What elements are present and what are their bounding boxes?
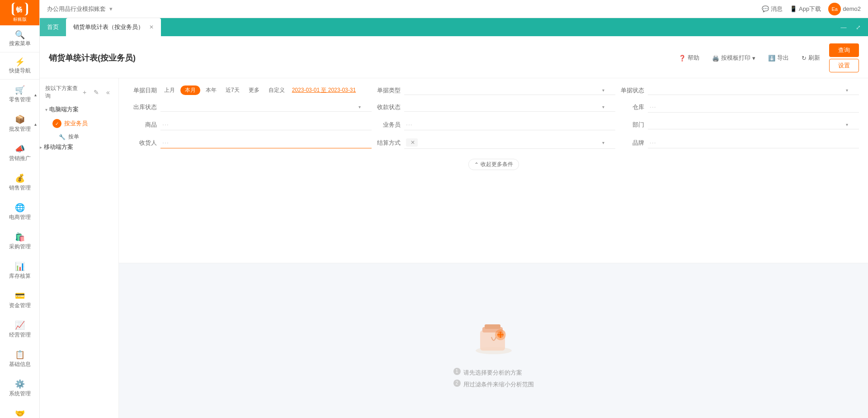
print-button[interactable]: 🖨️ 按模板打印 ▾ xyxy=(708,52,759,64)
out-status-control[interactable]: ▾ xyxy=(160,103,372,112)
dept-select[interactable]: ▾ xyxy=(648,120,859,129)
scheme-edit-button[interactable]: ✎ xyxy=(91,87,101,97)
consignee-input[interactable]: ··· xyxy=(160,137,372,148)
receipt-status-select[interactable]: ▾ xyxy=(404,103,615,112)
date-range-display[interactable]: 2023-03-01 至 2023-03-31 xyxy=(292,86,356,94)
sidebar-basic-label: 基础信息 xyxy=(2,361,38,368)
settlement-control[interactable]: ✕ ▾ xyxy=(404,137,615,149)
sidebar-inventory-label: 库存核算 xyxy=(2,272,38,280)
goods-select[interactable]: ··· xyxy=(160,119,372,130)
brand-select[interactable]: ··· xyxy=(648,137,859,148)
sidebar-wholesale-label: 批发管理 xyxy=(2,125,38,133)
out-status-select[interactable]: ▾ xyxy=(160,103,372,112)
goods-label: 商品 xyxy=(128,121,160,129)
scheme-item-by-order[interactable]: 🔧 按单 xyxy=(40,131,118,143)
wholesale-arrow-icon: ▴ xyxy=(34,121,37,126)
page-inner: 销货单统计表(按业务员) ❓ 帮助 🖨️ 按模板打印 ▾ ⬇️ 导出 xyxy=(40,36,868,418)
empty-hint-1: 1 请先选择要分析的方案 xyxy=(453,367,534,379)
sidebar-item-operations[interactable]: 📈 经营管理 xyxy=(0,315,39,344)
scheme-add-button[interactable]: + xyxy=(80,87,90,97)
salesperson-control[interactable]: ··· xyxy=(404,119,615,130)
user-menu[interactable]: Ea demo2 xyxy=(828,3,861,15)
doc-status-control[interactable]: ▾ xyxy=(648,86,859,95)
settlement-tag-close[interactable]: ✕ xyxy=(410,139,415,146)
goods-control[interactable]: ··· xyxy=(160,119,372,130)
message-button[interactable]: 💬 消息 xyxy=(762,5,783,13)
sidebar-item-basic[interactable]: 📋 基础信息 xyxy=(0,344,39,374)
salesperson-select[interactable]: ··· xyxy=(404,119,615,130)
page-content: 销货单统计表(按业务员) ❓ 帮助 🖨️ 按模板打印 ▾ ⬇️ 导出 xyxy=(40,36,868,418)
salesperson-label: 业务员 xyxy=(372,121,404,129)
empty-hint-2: 2 用过滤条件来缩小分析范围 xyxy=(453,379,534,390)
doc-status-select[interactable]: ▾ xyxy=(648,86,859,95)
basic-icon: 📋 xyxy=(2,350,38,360)
warehouse-select[interactable]: ··· xyxy=(648,101,859,113)
export-button[interactable]: ⬇️ 导出 xyxy=(764,52,793,64)
refresh-button[interactable]: ↻ 刷新 xyxy=(798,52,824,64)
filter-row-2: 出库状态 ▾ 收款状态 ▾ xyxy=(128,101,859,113)
sidebar-item-quick[interactable]: ⚡ 快捷导航 xyxy=(0,52,39,80)
warehouse-control[interactable]: ··· xyxy=(648,101,859,113)
doc-type-control[interactable]: ▾ xyxy=(404,86,615,95)
topbar-dropdown-arrow[interactable]: ▾ xyxy=(109,5,113,12)
topbar-left: 办公用品行业模拟账套 ▾ xyxy=(47,5,113,13)
receipt-status-control[interactable]: ▾ xyxy=(404,103,615,112)
consignee-control[interactable]: ··· xyxy=(160,137,372,148)
collapse-label: 收起更多条件 xyxy=(481,161,513,168)
sidebar-item-enterprise[interactable]: 🤝 企业协同 xyxy=(0,403,39,418)
consignee-label: 收货人 xyxy=(128,139,160,147)
tab-max-button[interactable]: ⤢ xyxy=(852,21,864,33)
app-download-button[interactable]: 📱 App下载 xyxy=(790,5,821,13)
export-icon: ⬇️ xyxy=(768,55,775,62)
sidebar-item-ecommerce[interactable]: 🌐 电商管理 xyxy=(0,197,39,227)
sidebar-item-purchase[interactable]: 🛍️ 采购管理 xyxy=(0,227,39,256)
tab-close-button[interactable]: ✕ xyxy=(149,24,154,30)
group-expand-arrow: ▾ xyxy=(45,107,47,112)
receipt-status-label: 收款状态 xyxy=(372,103,404,111)
doc-type-select[interactable]: ▾ xyxy=(404,86,615,95)
dept-control[interactable]: ▾ xyxy=(648,120,859,129)
edit-icon: ✎ xyxy=(94,89,99,96)
scheme-item-by-salesperson[interactable]: ✓ 按业务员 xyxy=(40,116,118,131)
settlement-select[interactable]: ✕ ▾ xyxy=(404,137,615,149)
setting-button[interactable]: 设置 xyxy=(829,59,859,72)
sidebar-operations-label: 经营管理 xyxy=(2,331,38,339)
scheme-panel-header: 按以下方案查询 + ✎ « xyxy=(40,82,118,103)
tab-sales-stats[interactable]: 销货单统计表（按业务员） ✕ xyxy=(66,18,161,36)
sidebar-item-finance[interactable]: 💳 资金管理 xyxy=(0,285,39,315)
brand-control[interactable]: ··· xyxy=(648,137,859,148)
help-button[interactable]: ❓ 帮助 xyxy=(675,52,703,64)
page-actions: ❓ 帮助 🖨️ 按模板打印 ▾ ⬇️ 导出 ↻ 刷新 xyxy=(675,43,859,72)
tab-home[interactable]: 首页 xyxy=(40,18,66,36)
sidebar-item-retail[interactable]: 🛒 零售管理 ▴ xyxy=(0,80,39,109)
date-tab-7days[interactable]: 近7天 xyxy=(222,86,243,95)
tab-min-button[interactable]: — xyxy=(837,21,850,33)
sidebar-item-search[interactable]: 🔍 搜索菜单 xyxy=(0,25,39,52)
sidebar-item-inventory[interactable]: 📊 库存核算 xyxy=(0,256,39,285)
sidebar-quick-label: 快捷导航 xyxy=(9,67,31,74)
date-tab-this-year[interactable]: 本年 xyxy=(202,86,220,95)
date-tab-last-month[interactable]: 上月 xyxy=(160,86,179,95)
collapse-button[interactable]: ⌃ 收起更多条件 xyxy=(468,159,519,170)
sidebar-item-wholesale[interactable]: 📦 批发管理 ▴ xyxy=(0,109,39,138)
query-button[interactable]: 查询 xyxy=(829,43,859,57)
settlement-label: 结算方式 xyxy=(372,139,404,147)
sidebar-logo: 畅 标账版 xyxy=(0,0,39,25)
scheme-group-desktop-header[interactable]: ▾ 电脑端方案 xyxy=(40,103,118,116)
sidebar-item-sales[interactable]: 💰 销售管理 xyxy=(0,168,39,197)
scheme-header-label: 按以下方案查询 xyxy=(45,85,80,100)
collapse-icon: « xyxy=(106,89,110,96)
date-tab-this-month[interactable]: 本月 xyxy=(180,86,200,95)
scheme-group-mobile-header[interactable]: ▸ 移动端方案 xyxy=(40,143,118,151)
warehouse-dots: ··· xyxy=(650,103,656,110)
refresh-icon: ↻ xyxy=(802,55,807,62)
empty-illustration xyxy=(467,305,521,360)
sidebar-item-system[interactable]: ⚙️ 系统管理 xyxy=(0,374,39,403)
warehouse-label: 仓库 xyxy=(615,103,648,111)
scheme-collapse-button[interactable]: « xyxy=(103,87,113,97)
sidebar-item-marketing[interactable]: 📣 营销推广 xyxy=(0,138,39,168)
date-tab-more[interactable]: 更多 xyxy=(245,86,263,95)
scheme-group-mobile: ▸ 移动端方案 xyxy=(40,143,118,151)
date-tab-custom[interactable]: 自定义 xyxy=(265,86,288,95)
scheme-item-active-icon: ✓ xyxy=(52,119,61,128)
